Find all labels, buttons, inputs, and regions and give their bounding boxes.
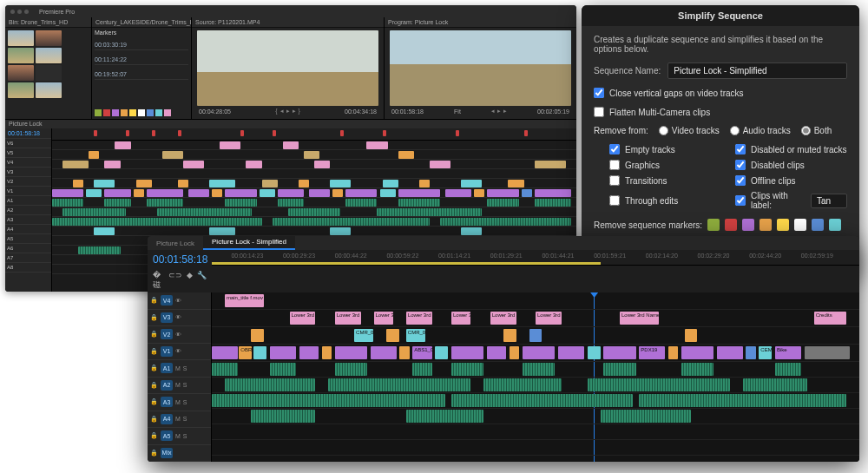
video-clip[interactable]: Lower 3rd Name (406, 312, 432, 325)
graphics-checkbox[interactable] (609, 160, 620, 170)
snap-icon[interactable]: �磁 (153, 271, 164, 291)
video-clip[interactable] (270, 346, 296, 359)
project-bin-panel[interactable]: Bin: Drone_Trims_HD (5, 17, 92, 119)
play-icon[interactable]: ▸ (497, 108, 501, 115)
close-gaps-checkbox[interactable] (594, 88, 604, 98)
clip-thumb[interactable] (8, 82, 34, 98)
sequence-name-input[interactable] (667, 62, 847, 79)
video-clip[interactable] (251, 329, 264, 342)
audio-clip[interactable] (225, 378, 315, 391)
video-clip[interactable] (212, 346, 238, 359)
sequence-tab[interactable]: Picture Lock (5, 120, 576, 128)
video-clip[interactable] (399, 346, 409, 359)
flatten-mcam-checkbox[interactable] (594, 107, 604, 117)
marker-row[interactable]: 00:03:30:19 (95, 40, 188, 50)
marker-row[interactable]: 00:19:52:07 (95, 69, 188, 80)
video-clip[interactable]: Lower 3rd Name (451, 312, 470, 325)
clip-thumb[interactable] (36, 65, 62, 81)
audio-clip[interactable] (451, 394, 633, 407)
transitions-checkbox[interactable] (609, 175, 620, 186)
program-preview[interactable] (390, 30, 571, 106)
mark-out-icon[interactable]: } (299, 108, 300, 115)
clip-thumb[interactable] (36, 82, 62, 98)
marker-icon[interactable]: ◆ (187, 271, 193, 291)
offline-clips-checkbox[interactable] (735, 175, 746, 186)
video-clip[interactable] (322, 346, 332, 359)
video-clip[interactable]: main_title f.mov (225, 294, 264, 307)
swatch[interactable] (155, 109, 162, 116)
play-icon[interactable]: ▸ (286, 108, 290, 115)
swatch[interactable] (121, 109, 128, 116)
audio-clip[interactable] (603, 363, 635, 376)
video-clip[interactable]: ABS1_01 (412, 346, 431, 359)
video-clip[interactable]: Lower 3rd Name (620, 312, 659, 325)
video-clip[interactable] (523, 346, 555, 359)
audio-clip[interactable] (270, 363, 296, 376)
source-preview[interactable] (197, 30, 378, 106)
swatch[interactable] (112, 109, 119, 116)
audio-clip[interactable] (451, 363, 483, 376)
markers-list[interactable]: Markers 00:03:30:19 00:11:24:22 00:19:52… (92, 28, 191, 107)
video-clip[interactable]: CMR_02 (354, 329, 373, 342)
track-headers[interactable]: 🔒V4👁 🔒V3👁 🔒V2👁 🔒V1👁 🔒A1MS 🔒A2MS 🔒A3MS 🔒A… (148, 292, 212, 462)
video-clip[interactable] (253, 346, 266, 359)
step-fwd-icon[interactable]: ▸ (293, 108, 296, 115)
audio-clip[interactable] (212, 363, 238, 376)
video-clip[interactable]: Lower 3rd Name (536, 312, 562, 325)
video-clip[interactable] (503, 329, 516, 342)
window-controls[interactable] (10, 10, 29, 14)
through-edits-checkbox[interactable] (609, 195, 620, 206)
label-color-select[interactable]: Tan (811, 194, 847, 208)
program-transport[interactable]: 00:01:58:18 Fit ◂ ▸ ▸ 00:02:05:19 (390, 106, 571, 116)
video-clip[interactable]: Lower 3rd Name (374, 312, 393, 325)
marker-color-swatch[interactable] (777, 219, 789, 231)
video-clip[interactable]: CMR_02 (406, 329, 425, 342)
video-clip[interactable] (335, 346, 367, 359)
marker-color-swatch[interactable] (742, 219, 754, 231)
swatch[interactable] (103, 109, 110, 116)
swatch[interactable] (164, 109, 171, 116)
audio-clip[interactable] (212, 394, 445, 407)
audio-clip[interactable] (775, 363, 801, 376)
audio-clip[interactable] (335, 363, 367, 376)
audio-clip[interactable] (328, 378, 470, 391)
video-clip[interactable]: Lower 3rd Name (490, 312, 516, 325)
track-canvas[interactable]: main_title f.mov Lower 3rd Name Lower 3r… (212, 292, 859, 462)
tab-simplified[interactable]: Picture Lock - Simplified (203, 236, 295, 250)
video-clip[interactable]: Lower 3rd Name (290, 312, 316, 325)
marker-color-swatch[interactable] (707, 219, 720, 231)
video-clip[interactable] (685, 329, 698, 342)
video-clip[interactable] (510, 346, 519, 359)
step-back-icon[interactable]: ◂ (491, 108, 495, 115)
audio-clip[interactable] (743, 378, 808, 391)
source-transport[interactable]: 00:04:28:05 { ◂ ▸ ▸ } 00:04:34:18 (197, 106, 378, 116)
clip-thumb[interactable] (8, 30, 34, 46)
video-clip[interactable] (805, 346, 850, 359)
audio-clip[interactable] (483, 378, 562, 391)
audio-clip[interactable] (639, 394, 846, 407)
audio-clip[interactable] (681, 363, 713, 376)
video-clip[interactable] (588, 346, 601, 359)
video-clip[interactable] (386, 329, 399, 342)
audio-clip[interactable] (588, 378, 730, 391)
remove-from-audio-radio[interactable] (730, 126, 740, 135)
timeline-tabs[interactable]: Picture Lock Picture Lock - Simplified (148, 236, 859, 250)
video-clip[interactable] (681, 346, 713, 359)
disabled-muted-checkbox[interactable] (735, 144, 746, 154)
video-clip[interactable]: Bike (775, 346, 801, 359)
remove-from-both-radio[interactable] (801, 126, 811, 135)
swatch[interactable] (138, 109, 145, 116)
video-clip[interactable] (371, 346, 397, 359)
step-fwd-icon[interactable]: ▸ (503, 108, 507, 115)
time-ruler[interactable] (52, 128, 576, 141)
video-clip[interactable] (746, 346, 755, 359)
video-clip[interactable] (487, 346, 506, 359)
audio-clip[interactable] (251, 410, 316, 423)
link-icon[interactable]: ⊂⊃ (168, 271, 182, 291)
video-clip[interactable]: OBRC_022 (239, 346, 252, 359)
audio-clip[interactable] (412, 363, 431, 376)
track-headers[interactable]: 00:01:58:18 V6 V5 V4 V3 V2 V1 A1 A2 A3 A… (5, 128, 52, 292)
marker-color-swatch[interactable] (812, 219, 824, 231)
video-clip[interactable] (299, 346, 319, 359)
video-clip[interactable] (717, 346, 743, 359)
